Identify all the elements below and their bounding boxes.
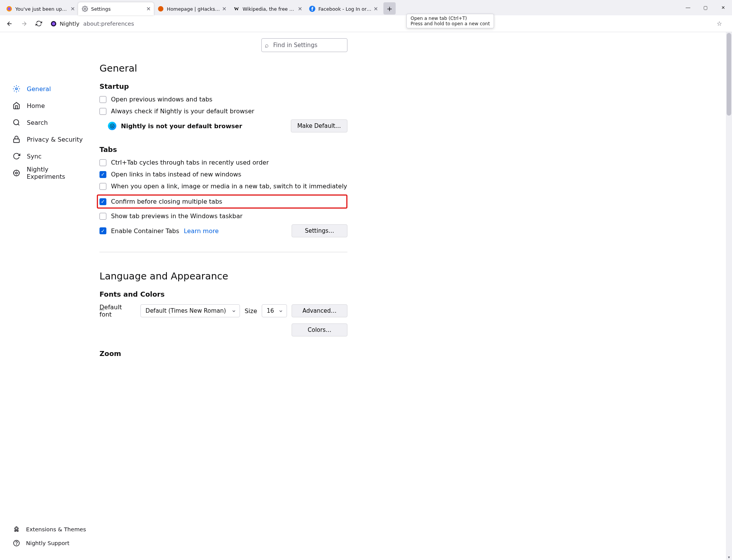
sidebar-item-privacy[interactable]: Privacy & Security xyxy=(12,131,88,148)
scroll-down-arrow[interactable]: ▾ xyxy=(726,554,732,560)
checkbox[interactable] xyxy=(99,171,106,178)
url-text: about:preferences xyxy=(83,21,134,27)
tab-facebook[interactable]: f Facebook - Log In or Sign U ✕ xyxy=(305,2,381,15)
home-icon xyxy=(12,101,21,110)
option-always-check-default[interactable]: Always check if Nightly is your default … xyxy=(99,108,347,115)
checkbox[interactable] xyxy=(99,159,106,166)
default-font-label: Default font xyxy=(99,304,136,318)
new-tab-button[interactable]: + xyxy=(383,2,396,15)
size-label: Size xyxy=(245,307,257,315)
reload-button[interactable] xyxy=(32,17,45,30)
new-tab-tooltip: Open a new tab (Ctrl+T) Press and hold t… xyxy=(406,14,494,28)
forward-button[interactable] xyxy=(18,17,31,30)
vertical-scrollbar[interactable]: ▴ ▾ xyxy=(726,32,732,560)
nightly-icon xyxy=(51,21,57,27)
option-switch-immediately[interactable]: When you open a link, image or media in … xyxy=(99,183,347,190)
option-taskbar-previews[interactable]: Show tab previews in the Windows taskbar xyxy=(99,212,347,220)
option-label: Confirm before closing multiple tabs xyxy=(111,198,222,205)
svg-point-3 xyxy=(158,6,163,11)
option-label: When you open a link, image or media in … xyxy=(111,183,347,190)
make-default-button[interactable]: Make Default… xyxy=(291,119,347,132)
option-label: Always check if Nightly is your default … xyxy=(111,108,254,115)
option-label: Enable Container Tabs xyxy=(111,227,179,235)
option-label: Show tab previews in the Windows taskbar xyxy=(111,212,243,220)
fonts-advanced-button[interactable]: Advanced… xyxy=(292,304,347,317)
checkbox[interactable] xyxy=(99,198,106,205)
close-icon[interactable]: ✕ xyxy=(372,5,380,13)
facebook-icon: f xyxy=(309,6,315,12)
checkbox[interactable] xyxy=(99,227,106,234)
wikipedia-icon: W xyxy=(233,6,240,12)
tab-ghacks[interactable]: Homepage | gHacks Techn ✕ xyxy=(154,2,230,15)
separator xyxy=(99,252,347,252)
lock-icon xyxy=(12,135,21,144)
container-settings-button[interactable]: Settings… xyxy=(292,224,347,237)
sync-icon xyxy=(12,152,21,160)
option-container-tabs: Enable Container Tabs Learn more Setting… xyxy=(99,224,347,237)
back-button[interactable] xyxy=(3,17,16,30)
navigation-toolbar: Nightly about:preferences ☆ xyxy=(0,15,732,32)
firefox-icon xyxy=(6,6,12,12)
sidebar-item-label: Home xyxy=(27,102,45,109)
sidebar-item-extensions[interactable]: Extensions & Themes xyxy=(12,522,88,536)
settings-sidebar: General Home Search Privacy & Security S… xyxy=(0,32,88,560)
svg-point-7 xyxy=(52,22,55,25)
sidebar-item-support[interactable]: Nightly Support xyxy=(12,536,88,550)
checkbox[interactable] xyxy=(99,183,106,190)
svg-point-11 xyxy=(13,170,19,176)
option-confirm-close-tabs[interactable]: Confirm before closing multiple tabs xyxy=(99,198,344,205)
svg-point-8 xyxy=(16,88,18,90)
close-icon[interactable]: ✕ xyxy=(69,5,77,13)
checkbox[interactable] xyxy=(99,108,106,115)
checkbox[interactable] xyxy=(99,213,106,220)
svg-rect-10 xyxy=(14,139,20,142)
ghacks-icon xyxy=(158,6,164,12)
tab-settings[interactable]: Settings ✕ xyxy=(78,2,154,15)
language-heading: Language and Appearance xyxy=(99,271,347,282)
close-window-button[interactable]: ✕ xyxy=(714,0,732,15)
bookmark-star-icon[interactable]: ☆ xyxy=(714,18,725,29)
default-browser-status: Nightly is not your default browser xyxy=(121,122,286,130)
sidebar-item-label: Sync xyxy=(27,153,42,160)
svg-point-9 xyxy=(14,120,19,125)
tab-upgraded[interactable]: You've just been upgraded ✕ xyxy=(2,2,78,15)
sidebar-item-home[interactable]: Home xyxy=(12,97,88,114)
sidebar-item-sync[interactable]: Sync xyxy=(12,148,88,165)
tabs-heading: Tabs xyxy=(99,145,347,153)
svg-point-2 xyxy=(84,8,86,10)
option-label: Open previous windows and tabs xyxy=(111,96,212,103)
svg-point-14 xyxy=(16,544,17,545)
option-open-links-in-tabs[interactable]: Open links in tabs instead of new window… xyxy=(99,171,347,178)
fonts-heading: Fonts and Colors xyxy=(99,290,347,298)
search-placeholder: Find in Settings xyxy=(273,42,317,49)
sidebar-item-search[interactable]: Search xyxy=(12,114,88,131)
tab-strip: You've just been upgraded ✕ Settings ✕ H… xyxy=(0,0,732,15)
page-title: General xyxy=(99,63,347,74)
identity-box[interactable]: Nightly xyxy=(51,21,80,27)
learn-more-link[interactable]: Learn more xyxy=(184,227,218,235)
sidebar-item-general[interactable]: General xyxy=(12,80,88,97)
close-icon[interactable]: ✕ xyxy=(145,5,152,13)
option-open-previous[interactable]: Open previous windows and tabs xyxy=(99,96,347,103)
sidebar-item-label: Extensions & Themes xyxy=(26,526,86,532)
gear-icon xyxy=(12,85,21,93)
url-bar[interactable]: Nightly about:preferences ☆ xyxy=(47,17,729,30)
option-ctrl-tab[interactable]: Ctrl+Tab cycles through tabs in recently… xyxy=(99,159,347,166)
colors-button[interactable]: Colors… xyxy=(292,323,347,336)
font-size-select[interactable]: 16 xyxy=(262,304,287,317)
sidebar-item-label: Privacy & Security xyxy=(27,136,83,143)
minimize-button[interactable]: ― xyxy=(679,0,697,15)
scrollbar-thumb[interactable] xyxy=(727,33,731,116)
default-font-select[interactable]: Default (Times New Roman) xyxy=(140,304,240,317)
checkbox[interactable] xyxy=(99,96,106,103)
tab-wikipedia[interactable]: W Wikipedia, the free encyclop ✕ xyxy=(230,2,305,15)
maximize-button[interactable]: ▢ xyxy=(697,0,714,15)
close-icon[interactable]: ✕ xyxy=(296,5,304,13)
search-icon xyxy=(12,118,21,127)
zoom-heading: Zoom xyxy=(99,349,347,358)
tab-label: Homepage | gHacks Techn xyxy=(167,6,220,12)
close-icon[interactable]: ✕ xyxy=(220,5,228,13)
sidebar-item-experiments[interactable]: Nightly Experiments xyxy=(12,165,88,181)
find-in-settings-input[interactable]: Find in Settings xyxy=(261,38,347,52)
sidebar-item-label: General xyxy=(27,85,51,93)
